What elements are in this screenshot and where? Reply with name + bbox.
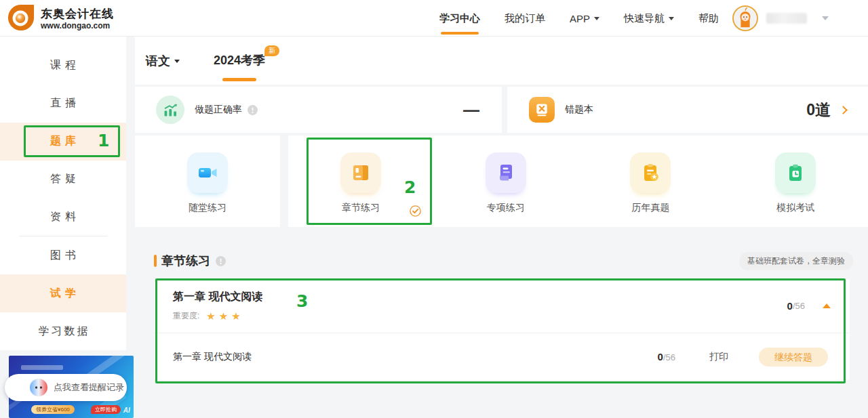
- sidebar-item-question-bank[interactable]: 题库: [0, 123, 126, 161]
- new-badge: 新: [264, 45, 279, 56]
- star-rating-icon: ★★★: [206, 310, 243, 322]
- chevron-down-icon[interactable]: [822, 16, 829, 24]
- nav-my-orders[interactable]: 我的订单: [505, 0, 545, 37]
- practice-item-special[interactable]: 专项练习: [433, 135, 578, 227]
- sidebar-item-qa[interactable]: 答疑: [0, 161, 126, 198]
- reminder-bubble-label: 点我查看提醒记录: [54, 381, 124, 394]
- wrong-book-icon: [529, 97, 555, 123]
- logo-title: 东奥会计在线: [41, 7, 114, 21]
- mascot-bubble-icon: [29, 378, 48, 397]
- sidebar-item-courses[interactable]: 课程: [0, 47, 126, 85]
- chevron-down-icon: [669, 17, 674, 23]
- sidebar-item-materials[interactable]: 资料: [0, 198, 126, 236]
- top-header: 东奥会计在线 www.dongao.com 学习中心 我的订单 APP 快速导航…: [0, 0, 868, 37]
- practice-label: 随堂练习: [189, 202, 226, 214]
- nav-study-center[interactable]: 学习中心: [439, 0, 480, 37]
- nav-app[interactable]: APP: [570, 0, 599, 37]
- sub-chapter-title: 第一章 现代文阅读: [173, 351, 252, 363]
- logo[interactable]: 东奥会计在线 www.dongao.com: [7, 3, 114, 35]
- wrong-book-count: 0道: [806, 100, 831, 121]
- practice-item-mock-exam[interactable]: 模拟考试: [723, 135, 868, 227]
- active-tab-underline: [222, 78, 256, 81]
- practice-card-left: 随堂练习: [135, 135, 280, 227]
- banner-watermark: AI: [123, 406, 130, 414]
- practice-type-row: 随堂练习 章节练习: [135, 135, 868, 227]
- nav-quick-nav-label: 快速导航: [624, 12, 665, 25]
- nav-quick-nav[interactable]: 快速导航: [624, 0, 674, 37]
- chevron-down-icon: [594, 17, 599, 23]
- info-icon[interactable]: [248, 105, 258, 115]
- tab-bar: 语文 2024考季 新: [135, 37, 868, 85]
- main-content: 语文 2024考季 新: [135, 37, 868, 380]
- clipboard-clock-icon: [775, 152, 816, 193]
- practice-label: 专项练习: [487, 202, 525, 214]
- app-root: 东奥会计在线 www.dongao.com 学习中心 我的订单 APP 快速导航…: [0, 0, 868, 418]
- chapter-head-right: 0 /56: [787, 300, 831, 312]
- clipboard-star-icon: [630, 152, 671, 193]
- info-icon[interactable]: [216, 256, 226, 266]
- sidebar-item-trial[interactable]: 试学: [0, 274, 126, 312]
- sidebar-item-live[interactable]: 直播: [0, 85, 126, 123]
- importance-label: 重要度:: [173, 310, 199, 322]
- stats-row: 做题正确率 — 错题本: [135, 87, 868, 133]
- sidebar: 课程 直播 题库 答疑 资料 图书 试学 学习数据 AI: [0, 37, 135, 418]
- chapter-row-right: 0/56 打印 继续答题: [658, 348, 828, 367]
- chapter-accordion-header[interactable]: 第一章 现代文阅读 重要度: ★★★ 0 /56: [154, 279, 850, 333]
- chapter-card: 第一章 现代文阅读 重要度: ★★★ 0 /56 第一章 现代文阅读 0/56 …: [154, 279, 850, 380]
- continue-answering-button[interactable]: 继续答题: [759, 348, 828, 367]
- buy-now-badge[interactable]: 立即抢购: [91, 405, 121, 414]
- chapter-progress-done: 0: [787, 300, 793, 312]
- importance-row: 重要度: ★★★: [173, 310, 262, 322]
- practice-label: 模拟考试: [776, 202, 814, 214]
- chevron-down-icon: [174, 60, 180, 66]
- coupon-badge[interactable]: 领券立省¥600: [31, 405, 75, 414]
- logo-text: 东奥会计在线 www.dongao.com: [41, 7, 114, 30]
- document-icon: [486, 152, 526, 193]
- banner-blurred-text: [21, 365, 63, 370]
- print-button[interactable]: 打印: [709, 351, 728, 363]
- subject-dropdown[interactable]: 语文: [146, 53, 180, 69]
- logo-url: www.dongao.com: [41, 21, 114, 30]
- accuracy-card: 做题正确率 —: [135, 87, 502, 133]
- chapter-sub-row: 第一章 现代文阅读 0/56 打印 继续答题: [154, 333, 850, 380]
- nav-study-center-label: 学习中心: [439, 12, 480, 25]
- collapse-arrow-icon[interactable]: [823, 299, 831, 308]
- sidebar-item-study-data[interactable]: 学习数据: [0, 312, 126, 350]
- practice-item-past-exams[interactable]: 历年真题: [578, 135, 724, 227]
- chapter-progress-total: /56: [793, 301, 805, 311]
- section-title: 章节练习: [161, 253, 210, 269]
- chapter-title: 第一章 现代文阅读: [173, 290, 262, 304]
- row-progress-total: /56: [663, 352, 675, 362]
- nav-help-label: 帮助: [698, 12, 719, 25]
- growth-chart-icon: [156, 96, 184, 124]
- nav-app-label: APP: [570, 13, 590, 24]
- reminder-bubble[interactable]: 点我查看提醒记录: [5, 374, 127, 401]
- nav-help[interactable]: 帮助: [698, 0, 719, 37]
- accuracy-label: 做题正确率: [195, 104, 242, 116]
- mascot-avatar-icon: [734, 7, 757, 30]
- chapter-head-left: 第一章 现代文阅读 重要度: ★★★: [173, 290, 262, 322]
- video-camera-icon: [187, 152, 228, 193]
- tab-season-2024[interactable]: 2024考季 新: [214, 37, 265, 85]
- row-progress: 0/56: [658, 351, 675, 362]
- subject-dropdown-label: 语文: [146, 53, 170, 69]
- check-circle-icon: [410, 205, 421, 220]
- row-progress-done: 0: [658, 351, 663, 362]
- accuracy-value: —: [463, 100, 479, 119]
- nav-my-orders-label: 我的订单: [505, 12, 545, 25]
- wrong-book-card[interactable]: 错题本 0道: [507, 87, 868, 133]
- user-box[interactable]: [732, 5, 829, 31]
- practice-card-right: 章节练习 专项练习: [288, 135, 868, 227]
- book-icon: [340, 152, 381, 193]
- section-title-bar: [154, 255, 157, 267]
- sidebar-item-books[interactable]: 图书: [0, 236, 126, 274]
- sidebar-menu: 课程 直播 题库 答疑 资料 图书 试学 学习数据: [0, 37, 126, 350]
- dongao-logo-icon: [7, 3, 35, 35]
- wrong-book-label: 错题本: [565, 104, 593, 116]
- chevron-right-icon[interactable]: [839, 106, 848, 114]
- practice-label: 章节练习: [342, 202, 380, 214]
- top-nav: 学习中心 我的订单 APP 快速导航 帮助: [439, 0, 719, 37]
- avatar[interactable]: [732, 5, 758, 31]
- username-redacted: [766, 13, 807, 24]
- practice-item-classroom[interactable]: 随堂练习: [135, 135, 280, 227]
